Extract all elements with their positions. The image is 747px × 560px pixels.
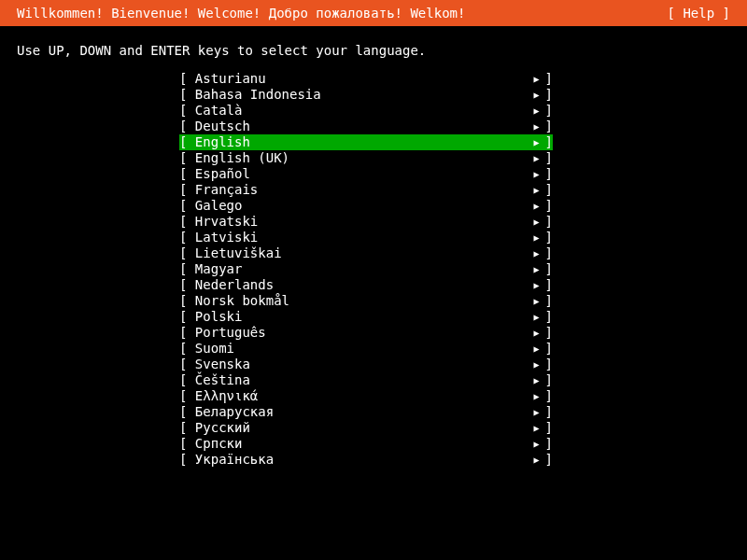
bracket-open: [ (179, 198, 187, 214)
bracket-close: ] (545, 293, 553, 309)
content-area: Use UP, DOWN and ENTER keys to select yo… (0, 26, 747, 468)
language-label: Català (187, 103, 533, 119)
bracket-open: [ (179, 277, 187, 293)
language-label: English (UK) (187, 150, 533, 166)
language-label: Polski (187, 309, 533, 325)
language-option[interactable]: [Русский▶] (179, 420, 553, 436)
submenu-arrow-icon: ▶ (534, 134, 545, 150)
language-option[interactable]: [Magyar▶] (179, 261, 553, 277)
bracket-open: [ (179, 103, 187, 119)
language-option[interactable]: [Català▶] (179, 103, 553, 119)
language-option[interactable]: [Asturianu▶] (179, 71, 553, 87)
header-bar: Willkommen! Bienvenue! Welcome! Добро по… (0, 0, 747, 26)
bracket-close: ] (545, 71, 553, 87)
submenu-arrow-icon: ▶ (534, 357, 545, 372)
bracket-open: [ (179, 87, 187, 103)
submenu-arrow-icon: ▶ (534, 245, 545, 261)
bracket-open: [ (179, 341, 187, 357)
bracket-close: ] (545, 325, 553, 341)
language-option[interactable]: [English▶] (179, 134, 553, 150)
language-option[interactable]: [English (UK)▶] (179, 150, 553, 166)
language-option[interactable]: [Čeština▶] (179, 372, 553, 388)
language-list: [Asturianu▶][Bahasa Indonesia▶][Català▶]… (179, 71, 730, 468)
bracket-open: [ (179, 436, 187, 452)
submenu-arrow-icon: ▶ (534, 452, 545, 468)
language-option[interactable]: [Español▶] (179, 166, 553, 182)
language-label: Nederlands (187, 277, 533, 293)
bracket-close: ] (545, 277, 553, 293)
bracket-close: ] (545, 436, 553, 452)
language-option[interactable]: [Latviski▶] (179, 230, 553, 245)
language-option[interactable]: [Galego▶] (179, 198, 553, 214)
language-label: Русский (187, 420, 533, 436)
bracket-close: ] (545, 388, 553, 404)
bracket-close: ] (545, 230, 553, 245)
language-option[interactable]: [Ελληνικά▶] (179, 388, 553, 404)
submenu-arrow-icon: ▶ (534, 372, 545, 388)
bracket-close: ] (545, 182, 553, 198)
language-label: Español (187, 166, 533, 182)
language-label: Српски (187, 436, 533, 452)
bracket-open: [ (179, 182, 187, 198)
language-option[interactable]: [Svenska▶] (179, 357, 553, 372)
language-label: Lietuviškai (187, 245, 533, 261)
language-label: Suomi (187, 341, 533, 357)
bracket-close: ] (545, 134, 553, 150)
language-option[interactable]: [Српски▶] (179, 436, 553, 452)
bracket-open: [ (179, 261, 187, 277)
submenu-arrow-icon: ▶ (534, 436, 545, 452)
submenu-arrow-icon: ▶ (534, 182, 545, 198)
language-option[interactable]: [Nederlands▶] (179, 277, 553, 293)
submenu-arrow-icon: ▶ (534, 404, 545, 420)
bracket-close: ] (545, 150, 553, 166)
language-label: Asturianu (187, 71, 533, 87)
submenu-arrow-icon: ▶ (534, 150, 545, 166)
bracket-close: ] (545, 404, 553, 420)
submenu-arrow-icon: ▶ (534, 119, 545, 134)
language-label: English (187, 134, 533, 150)
language-option[interactable]: [Lietuviškai▶] (179, 245, 553, 261)
language-option[interactable]: [Deutsch▶] (179, 119, 553, 134)
language-label: Latviski (187, 230, 533, 245)
language-option[interactable]: [Українська▶] (179, 452, 553, 468)
language-option[interactable]: [Bahasa Indonesia▶] (179, 87, 553, 103)
help-button[interactable]: [ Help ] (668, 6, 730, 21)
bracket-open: [ (179, 293, 187, 309)
bracket-close: ] (545, 372, 553, 388)
submenu-arrow-icon: ▶ (534, 341, 545, 357)
language-label: Bahasa Indonesia (187, 87, 533, 103)
bracket-open: [ (179, 230, 187, 245)
bracket-open: [ (179, 245, 187, 261)
bracket-open: [ (179, 166, 187, 182)
language-label: Norsk bokmål (187, 293, 533, 309)
language-option[interactable]: [Hrvatski▶] (179, 214, 553, 230)
language-option[interactable]: [Português▶] (179, 325, 553, 341)
submenu-arrow-icon: ▶ (534, 325, 545, 341)
bracket-close: ] (545, 452, 553, 468)
bracket-open: [ (179, 214, 187, 230)
language-option[interactable]: [Беларуская▶] (179, 404, 553, 420)
language-label: Ελληνικά (187, 388, 533, 404)
header-title: Willkommen! Bienvenue! Welcome! Добро по… (17, 6, 465, 21)
bracket-close: ] (545, 166, 553, 182)
language-option[interactable]: [Norsk bokmål▶] (179, 293, 553, 309)
instruction-text: Use UP, DOWN and ENTER keys to select yo… (17, 43, 730, 58)
bracket-open: [ (179, 119, 187, 134)
language-label: Čeština (187, 372, 533, 388)
language-option[interactable]: [Suomi▶] (179, 341, 553, 357)
bracket-close: ] (545, 261, 553, 277)
submenu-arrow-icon: ▶ (534, 214, 545, 230)
submenu-arrow-icon: ▶ (534, 103, 545, 119)
language-label: Français (187, 182, 533, 198)
language-option[interactable]: [Polski▶] (179, 309, 553, 325)
bracket-open: [ (179, 134, 187, 150)
language-option[interactable]: [Français▶] (179, 182, 553, 198)
submenu-arrow-icon: ▶ (534, 71, 545, 87)
bracket-close: ] (545, 119, 553, 134)
submenu-arrow-icon: ▶ (534, 293, 545, 309)
bracket-close: ] (545, 341, 553, 357)
bracket-open: [ (179, 452, 187, 468)
bracket-open: [ (179, 388, 187, 404)
bracket-open: [ (179, 420, 187, 436)
language-label: Беларуская (187, 404, 533, 420)
